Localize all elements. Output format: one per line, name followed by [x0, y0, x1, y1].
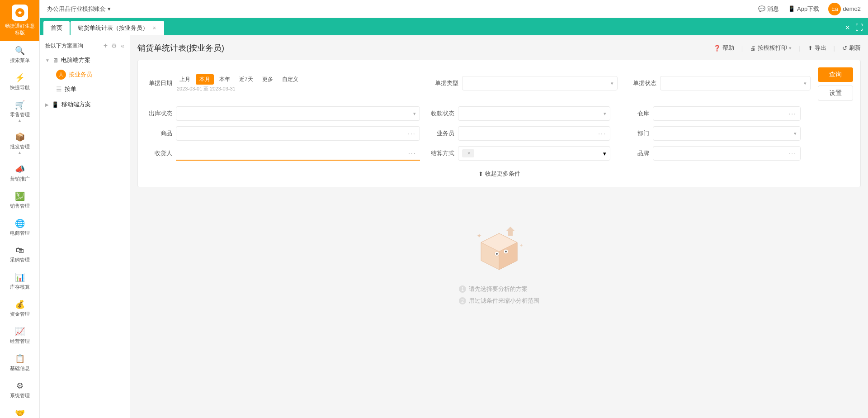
settings-button[interactable]: 设置	[818, 86, 853, 101]
empty-illustration: ✦ ✦	[472, 220, 526, 274]
brand-input[interactable]: ···	[653, 146, 801, 161]
filter-brand-item: 品牌 ···	[618, 146, 801, 161]
tree-mobile-header[interactable]: ▶ 📱 移动端方案	[40, 98, 130, 111]
inventory-icon: 📊	[15, 272, 25, 282]
goods-dots[interactable]: ···	[408, 130, 416, 137]
date-tab-custom[interactable]: 自定义	[278, 74, 302, 85]
print-label: 按模板打印	[758, 44, 787, 52]
mobile-section-label: 移动端方案	[61, 100, 91, 109]
sidebar-item-purchase[interactable]: 🛍 采购管理	[0, 241, 39, 268]
tab-sales-stats[interactable]: 销货单统计表（按业务员） ×	[71, 21, 164, 35]
warehouse-input[interactable]: ···	[653, 106, 801, 121]
sidebar-item-system[interactable]: ⚙ 系统管理	[0, 376, 39, 404]
left-panel: 按以下方案查询 + ⚙ « ▼ 🖥 电脑端方案 人 按业务员	[40, 35, 130, 418]
filter-row-1: 单据日期 上月 本月 本年 近7天 更多 自定义 20	[145, 66, 853, 101]
print-dropdown-arrow[interactable]: ▾	[789, 45, 792, 51]
settlement-tag-close-icon[interactable]: ×	[467, 150, 471, 157]
sidebar-item-retail[interactable]: 🛒 零售管理 ▲	[0, 95, 39, 128]
date-tab-current-year[interactable]: 本年	[216, 74, 234, 85]
salesperson-input[interactable]: ···	[458, 126, 610, 141]
print-action[interactable]: 🖨 按模板打印 ▾	[750, 44, 792, 52]
warehouse-dots[interactable]: ···	[788, 110, 797, 117]
query-button[interactable]: 查询	[818, 67, 853, 82]
filter-receiptstatus-item: 收款状态 ▾	[427, 106, 610, 121]
sidebar-item-ecommerce[interactable]: 🌐 电商管理	[0, 214, 39, 241]
sidebar-item-inventory[interactable]: 📊 库存核算	[0, 268, 39, 295]
filter-consignee-item: 收货人 ···	[145, 146, 420, 161]
tab-maximize-icon[interactable]: ⛶	[854, 22, 864, 33]
sidebar-item-search-label: 搜索菜单	[10, 57, 30, 64]
sidebar-inventory-label: 库存核算	[10, 284, 30, 290]
purchase-icon: 🛍	[16, 246, 24, 255]
brand-dots[interactable]: ···	[788, 150, 797, 157]
sidebar-item-wholesale[interactable]: 📦 批发管理 ▲	[0, 128, 39, 160]
date-tab-prev-month[interactable]: 上月	[176, 74, 194, 85]
goods-label: 商品	[145, 129, 172, 138]
panel-collapse-icon[interactable]: «	[121, 42, 124, 49]
date-tab-current-month[interactable]: 本月	[196, 74, 214, 85]
filter-salesperson-item: 业务员 ···	[427, 126, 610, 141]
settlement-chevron-icon: ▾	[603, 150, 606, 157]
sidebar-item-basics[interactable]: 📋 基础信息	[0, 349, 39, 376]
salesperson-active-icon: 人	[56, 70, 66, 80]
collapse-bar[interactable]: ⬆ 收起更多条件	[145, 166, 853, 181]
warehouse-label: 仓库	[618, 109, 649, 118]
sidebar: 畅捷通好生意 标版 🔍 搜索菜单 ⚡ 快捷导航 🛒 零售管理 ▲ 📦 批发管理 …	[0, 0, 40, 418]
doctype-select[interactable]: ▾	[462, 76, 617, 90]
goods-input[interactable]: ···	[176, 126, 420, 141]
tab-close-icon[interactable]: ×	[152, 24, 157, 32]
sidebar-item-marketing[interactable]: 📣 营销推广	[0, 160, 39, 187]
export-action[interactable]: ⬆ 导出	[808, 44, 826, 52]
outstatus-select[interactable]: ▾	[176, 106, 420, 121]
app-download-item[interactable]: 📱 App下载	[788, 5, 819, 13]
tab-minimize-icon[interactable]: ×	[844, 22, 851, 33]
collapse-label: 收起更多条件	[485, 170, 520, 178]
refresh-icon: ↺	[842, 45, 847, 52]
settlement-input[interactable]: × ▾	[458, 146, 610, 161]
filter-row-4: 收货人 ··· 结算方式 ×	[145, 146, 853, 161]
enterprise-icon: 🤝	[15, 408, 25, 418]
dropdown-arrow: ▾	[108, 5, 111, 12]
quicknav-icon: ⚡	[15, 73, 25, 83]
consignee-dots[interactable]: ···	[408, 149, 416, 157]
company-name: 办公用品行业模拟账套	[47, 5, 106, 13]
settlement-tag: ×	[462, 149, 474, 157]
collapse-up-icon: ⬆	[478, 171, 483, 177]
department-select[interactable]: ▾	[653, 126, 801, 141]
salesperson-dots[interactable]: ···	[598, 130, 606, 137]
sidebar-item-operations[interactable]: 📈 经营管理	[0, 322, 39, 349]
date-tab-7days[interactable]: 近7天	[236, 74, 257, 85]
help-action[interactable]: ❓ 帮助	[713, 44, 734, 52]
date-tabs: 上月 本月 本年 近7天 更多 自定义	[176, 74, 424, 85]
tab-home[interactable]: 首页	[43, 21, 70, 35]
filter-section: 单据日期 上月 本月 本年 近7天 更多 自定义 20	[137, 60, 861, 187]
user-item[interactable]: Ea demo2	[828, 3, 861, 15]
company-selector[interactable]: 办公用品行业模拟账套 ▾	[47, 5, 111, 13]
filter-date-item: 单据日期 上月 本月 本年 近7天 更多 自定义 20	[145, 74, 424, 92]
message-icon: 💬	[758, 5, 765, 12]
docstatus-select[interactable]: ▾	[660, 76, 811, 90]
date-tab-more[interactable]: 更多	[259, 74, 277, 85]
export-icon: ⬆	[808, 45, 813, 52]
tab-sales-stats-label: 销货单统计表（按业务员）	[78, 24, 148, 32]
panel-add-icon[interactable]: +	[104, 42, 108, 50]
tree-item-by-salesperson[interactable]: 人 按业务员	[51, 67, 130, 82]
search-icon: 🔍	[15, 46, 25, 56]
sidebar-item-enterprise[interactable]: 🤝 企业协同	[0, 404, 39, 418]
sidebar-purchase-label: 采购管理	[10, 256, 30, 263]
tree-desktop-section[interactable]: ▼ 🖥 电脑端方案	[40, 53, 130, 67]
panel-settings-icon[interactable]: ⚙	[111, 42, 117, 49]
sidebar-item-finance[interactable]: 💰 资金管理	[0, 295, 39, 322]
consignee-input[interactable]: ···	[176, 146, 420, 161]
sidebar-item-quicknav[interactable]: ⚡ 快捷导航	[0, 68, 39, 95]
sidebar-item-sales[interactable]: 💹 销售管理	[0, 187, 39, 214]
retail-icon: 🛒	[15, 100, 25, 110]
avatar-initials: Ea	[831, 6, 838, 12]
sales-icon: 💹	[15, 191, 25, 201]
sidebar-item-search[interactable]: 🔍 搜索菜单	[0, 41, 39, 68]
tree-item-by-order[interactable]: ☰ 按单	[51, 82, 130, 96]
refresh-action[interactable]: ↺ 刷新	[842, 44, 861, 52]
panel-header-label: 按以下方案查询	[45, 42, 83, 50]
receiptstatus-select[interactable]: ▾	[458, 106, 610, 121]
message-item[interactable]: 💬 消息	[758, 5, 779, 13]
